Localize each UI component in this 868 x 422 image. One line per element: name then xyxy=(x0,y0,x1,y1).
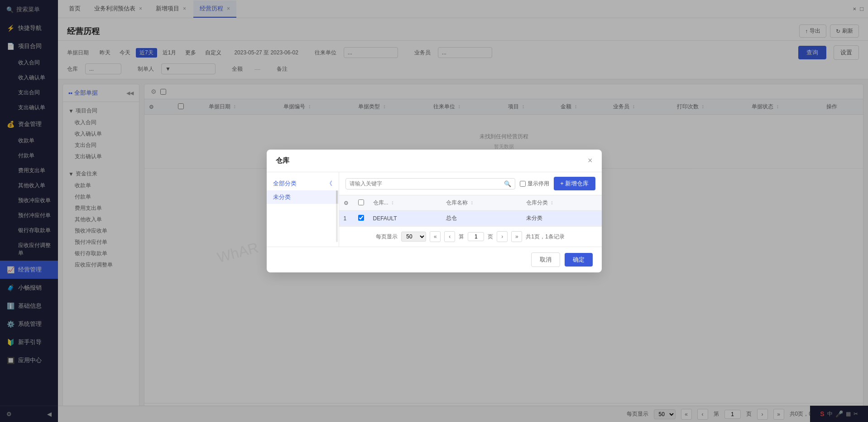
modal-category-list: 未分类 xyxy=(267,190,339,242)
left-scroll-thumb[interactable] xyxy=(336,190,338,204)
row-checkbox-cell xyxy=(354,211,369,226)
all-category-label: 全部分类 xyxy=(273,179,297,188)
modal-table-wrap: ⚙ 仓库... ↕ 仓库名称 ↕ xyxy=(339,195,602,226)
modal-last-btn[interactable]: » xyxy=(511,231,522,242)
modal-page-label: 页 xyxy=(488,233,493,241)
modal-table-body: 1 DEFAULT 总仓 未分类 xyxy=(339,211,602,226)
modal-next-btn[interactable]: › xyxy=(497,231,508,242)
row-category: 未分类 xyxy=(522,211,602,226)
show-disabled-checkbox[interactable] xyxy=(520,181,526,187)
modal-per-page-label: 每页显示 xyxy=(376,233,398,241)
modal-prev-btn[interactable]: ‹ xyxy=(444,231,455,242)
cancel-button[interactable]: 取消 xyxy=(531,252,560,267)
row-checkbox[interactable] xyxy=(358,215,364,221)
add-warehouse-button[interactable]: + 新增仓库 xyxy=(554,177,595,190)
modal-th-category: 仓库分类 ↕ xyxy=(522,195,602,211)
modal-page-input[interactable] xyxy=(468,232,484,241)
modal-select-all[interactable] xyxy=(358,199,364,205)
modal-search-icon: 🔍 xyxy=(504,180,511,187)
table-row[interactable]: 1 DEFAULT 总仓 未分类 xyxy=(339,211,602,226)
modal-th-settings: ⚙ xyxy=(339,195,354,211)
modal-toolbar: 🔍 显示停用 + 新增仓库 xyxy=(339,172,602,195)
modal-header: 仓库 × xyxy=(267,150,602,172)
warehouse-modal: 仓库 × 全部分类 《 未分类 xyxy=(267,150,602,272)
modal-close-button[interactable]: × xyxy=(588,156,593,165)
modal-table-head: ⚙ 仓库... ↕ 仓库名称 ↕ xyxy=(339,195,602,211)
modal-overlay[interactable]: 仓库 × 全部分类 《 未分类 xyxy=(0,0,868,422)
modal-table: ⚙ 仓库... ↕ 仓库名称 ↕ xyxy=(339,195,602,226)
modal-page-size-select[interactable]: 50 100 xyxy=(401,232,426,242)
modal-category-header[interactable]: 全部分类 《 xyxy=(267,177,339,190)
row-seq: 1 xyxy=(339,211,354,226)
collapse-left-icon[interactable]: 《 xyxy=(326,179,332,188)
left-scroll-track xyxy=(336,190,338,242)
modal-category-unclassified[interactable]: 未分类 xyxy=(267,190,339,204)
modal-first-btn[interactable]: « xyxy=(430,231,441,242)
modal-search-input[interactable] xyxy=(350,180,504,187)
row-name: 总仓 xyxy=(441,211,522,226)
modal-right-panel: 🔍 显示停用 + 新增仓库 ⚙ xyxy=(339,172,602,247)
modal-th-name: 仓库名称 ↕ xyxy=(441,195,522,211)
modal-th-checkbox xyxy=(354,195,369,211)
show-disabled-label[interactable]: 显示停用 xyxy=(520,180,549,188)
row-code: DEFAULT xyxy=(369,211,441,226)
modal-total-label: 共1页，1条记录 xyxy=(526,233,564,241)
confirm-button[interactable]: 确定 xyxy=(565,253,593,267)
modal-footer: 取消 确定 xyxy=(267,247,602,272)
modal-pagination: 每页显示 50 100 « ‹ 算 页 › » 共1页，1条记录 xyxy=(339,226,602,247)
category-label: 未分类 xyxy=(273,194,291,200)
modal-th-code: 仓库... ↕ xyxy=(369,195,441,211)
modal-left-panel: 全部分类 《 未分类 xyxy=(267,172,339,247)
modal-go-label: 算 xyxy=(459,233,464,241)
modal-search-box[interactable]: 🔍 xyxy=(345,178,516,189)
show-disabled-text: 显示停用 xyxy=(528,180,549,188)
modal-title: 仓库 xyxy=(276,156,289,165)
modal-body: 全部分类 《 未分类 xyxy=(267,172,602,247)
